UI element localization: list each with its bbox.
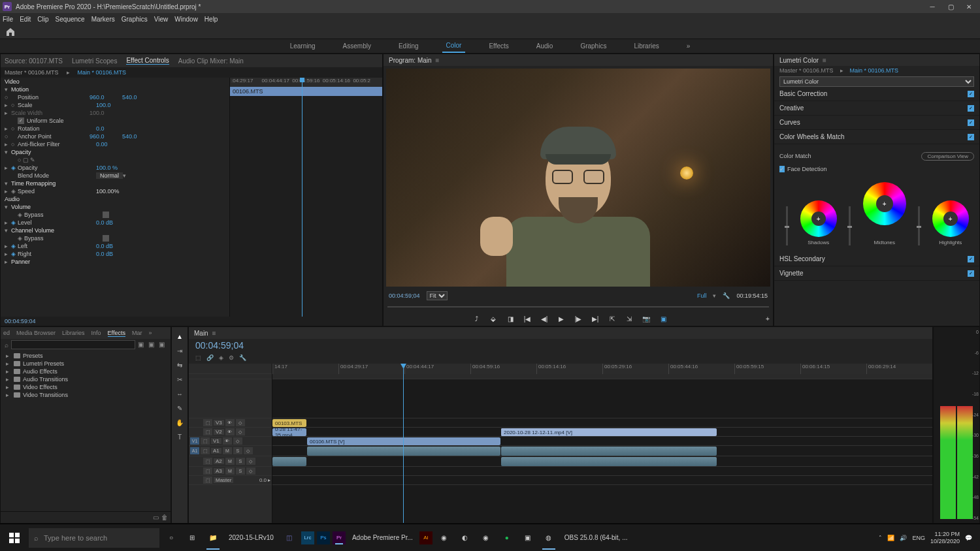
ec-volume[interactable]: ▾Volume [1,203,229,211]
ec-right[interactable]: ▸◈Right0.0 dB [1,250,229,258]
cortana-icon[interactable]: ○ [162,526,180,550]
timeline-tab[interactable]: Main [194,330,208,337]
ec-panner[interactable]: ▸Panner [1,258,229,266]
ec-bypass1[interactable]: ◈Bypass [1,211,229,219]
pen-tool[interactable]: ✎ [174,403,185,413]
menu-edit[interactable]: Edit [20,16,31,23]
workspace-color[interactable]: Color [442,39,466,53]
delete-icon[interactable]: 🗑 [161,514,168,521]
lumetri-sequence-clip[interactable]: Main * 00106.MTS [850,67,899,74]
start-button[interactable] [3,526,26,550]
premiere-icon[interactable]: Pr [333,531,346,544]
app-icon[interactable]: ▣ [519,526,537,550]
new-bin-icon[interactable]: ▭ [153,514,159,521]
ec-anchor-point[interactable]: ○Anchor Point960.0540.0 [1,133,229,140]
timeline-menu-icon[interactable]: ≡ [212,330,216,337]
menu-sequence[interactable]: Sequence [56,16,85,23]
razor-tool[interactable]: ✂ [174,374,185,385]
taskbar-clock[interactable]: 11:20 PM 10/28/2020 [930,531,960,545]
close-button[interactable]: ✕ [960,1,977,12]
linked-selection-icon[interactable]: 🔗 [206,354,214,361]
app-icon[interactable]: ◉ [435,526,453,550]
tab-overflow-icon[interactable]: » [148,330,152,336]
slip-tool[interactable]: ↔ [174,388,185,399]
highlights-color-wheel[interactable]: + [932,200,969,237]
program-scrubber[interactable] [387,302,769,311]
mark-out-button[interactable]: ◨ [505,313,515,324]
tab-source[interactable]: Source: 00107.MTS [5,57,63,65]
track-header-v3[interactable]: ⬚V3👁◇ [189,418,272,428]
face-detection-checkbox[interactable]: Face Detection [787,166,827,172]
lightroom-classic-icon[interactable]: Lrc [301,531,314,544]
teams-icon[interactable]: ◫ [280,526,299,550]
tab-markers[interactable]: Mar [132,330,142,336]
program-zoom-select[interactable]: Fit [427,291,448,300]
workspace-assembly[interactable]: Assembly [339,40,375,52]
ec-time-remapping[interactable]: ▾Time Remapping [1,180,229,187]
workspace-learning[interactable]: Learning [286,40,319,52]
ripple-edit-tool[interactable]: ⇆ [174,360,185,370]
workspace-libraries[interactable]: Libraries [630,40,662,52]
clip-video[interactable]: 2020-10-28 12-12-11.mp4 [V] [501,428,704,436]
wrench-icon[interactable]: 🔧 [723,292,730,299]
step-forward-button[interactable]: |▶ [573,313,583,324]
ec-speed[interactable]: ▸◈Speed100.00% [1,187,229,195]
track-v2[interactable]: 0-28 11-47-35.mp4 00106.MTS [V] 2020-10-… [272,428,932,437]
ec-scale[interactable]: ▸○Scale100.0 [1,101,229,109]
midtones-luma-slider[interactable] [849,206,851,245]
track-v3[interactable]: 00103.MTS [272,418,932,428]
tree-audio-effects[interactable]: ▸Audio Effects [1,368,171,375]
taskbar-obs[interactable]: OBS 25.0.8 (64-bit, ... [561,526,632,550]
tray-network-icon[interactable]: 📶 [887,535,894,541]
clip-audio[interactable] [307,447,500,456]
highlights-luma-slider[interactable] [918,206,920,245]
snap-icon[interactable]: ⬚ [195,354,201,361]
ec-uniform-scale[interactable]: ✓Uniform Scale [1,117,229,125]
wrench-icon[interactable]: 🔧 [239,354,246,361]
program-timecode[interactable]: 00:04:59;04 [389,292,420,299]
ec-opacity-masks[interactable]: ○ ▢ ✎ [1,156,229,164]
type-tool[interactable]: T [174,432,185,442]
step-back-button[interactable]: ◀| [539,313,549,324]
effects-search-input[interactable] [11,340,135,349]
track-select-tool[interactable]: ⇥ [174,345,185,356]
timeline-timecode[interactable]: 00:04:59;04 [189,339,250,352]
menu-window[interactable]: Window [174,16,198,23]
tree-audio-transitions[interactable]: ▸Audio Transitions [1,375,171,383]
tab-project[interactable]: ed [3,330,10,336]
button-editor-plus[interactable]: + [762,313,773,324]
tree-video-effects[interactable]: ▸Video Effects [1,383,171,391]
timeline-playhead[interactable] [403,364,404,523]
tree-video-transitions[interactable]: ▸Video Transitions [1,391,171,399]
midtones-color-wheel[interactable]: + [863,182,906,225]
track-header-v2[interactable]: ⬚V2👁◇ [189,428,272,437]
settings-icon[interactable]: ⚙ [229,354,234,361]
ec-level[interactable]: ▸◈Level0.0 dB [1,219,229,227]
workspace-editing[interactable]: Editing [395,40,423,52]
ec-rotation[interactable]: ▸○Rotation0.0 [1,125,229,133]
go-to-out-button[interactable]: ▶| [590,313,600,324]
ec-blend-mode[interactable]: Blend ModeNormal▾ [1,172,229,180]
clip-video[interactable]: 0-28 11-47-35.mp4 [272,428,306,436]
ec-motion[interactable]: ▾Motion [1,86,229,93]
mark-in-button[interactable]: ⬙ [488,313,498,324]
menu-clip[interactable]: Clip [37,16,48,23]
lumetri-effect-select[interactable]: Lumetri Color [779,76,974,87]
tab-lumetri-scopes[interactable]: Lumetri Scopes [72,57,117,65]
tab-media-browser[interactable]: Media Browser [16,330,56,336]
ec-opacity-header[interactable]: ▾Opacity [1,148,229,156]
lumetri-basic-correction[interactable]: Basic Correction✓ [774,87,979,101]
tab-libraries[interactable]: Libraries [62,330,85,336]
program-viewport[interactable] [386,69,770,287]
taskbar-search[interactable]: ⌕ Type here to search [29,528,159,548]
tab-audio-mixer[interactable]: Audio Clip Mixer: Main [178,57,244,65]
go-to-in-button[interactable]: |◀ [522,313,532,324]
ec-left[interactable]: ▸◈Left0.0 dB [1,242,229,250]
ec-sequence-clip[interactable]: Main * 00106.MTS [78,69,127,76]
add-marker-button[interactable]: ⤴ [471,313,482,324]
shadows-color-wheel[interactable]: + [800,200,837,237]
ec-opacity[interactable]: ▸◈Opacity100.0 % [1,164,229,172]
fx-badge-icon[interactable]: ▣ [159,341,167,349]
track-master[interactable] [272,476,932,485]
track-header-a2[interactable]: ⬚A2MS◇ [189,456,272,467]
